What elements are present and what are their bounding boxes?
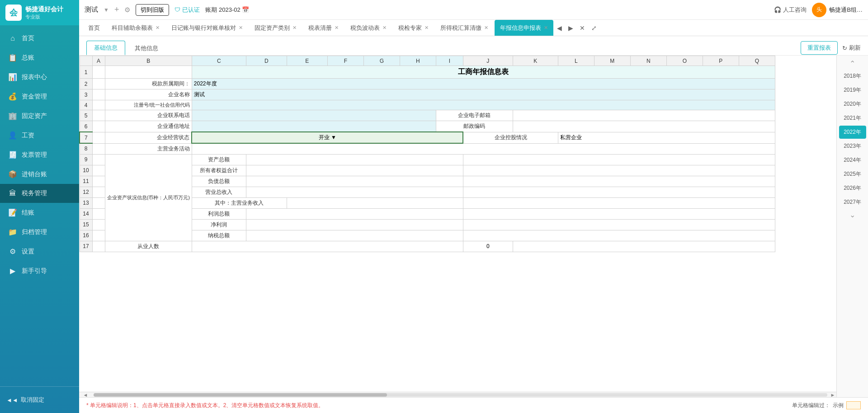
tab-home[interactable]: 首页 — [83, 20, 105, 36]
tab-aux[interactable]: 科目辅助余额表✕ — [106, 20, 165, 36]
cell-4-A[interactable] — [92, 100, 105, 110]
col-header-E[interactable]: E — [287, 56, 327, 66]
tab-income_tax[interactable]: 所得税汇算清缴✕ — [435, 20, 494, 36]
sidebar-item-invoice[interactable]: 🧾发票管理 — [0, 145, 79, 164]
hscroll-track[interactable] — [94, 393, 827, 397]
col-header-Q[interactable]: Q — [739, 56, 775, 66]
tab-close-income_tax[interactable]: ✕ — [484, 25, 488, 31]
cell-7-L[interactable]: 私营企业 — [558, 132, 775, 143]
year-item-2026年[interactable]: 2026年 — [839, 182, 866, 195]
refresh-btn[interactable]: ↻ 刷新 — [842, 44, 861, 52]
year-item-2023年[interactable]: 2023年 — [839, 140, 866, 153]
year-item-2027年[interactable]: 2027年 — [839, 196, 866, 209]
sidebar-item-report[interactable]: 📊报表中心 — [0, 67, 79, 87]
subtab-other[interactable]: 其他信息 — [127, 41, 166, 55]
cell-6-A[interactable] — [92, 121, 105, 132]
year-down-btn[interactable]: ⌄ — [849, 210, 856, 220]
spreadsheet-scroll[interactable]: ABCDEFGHIJKLMNOPQ1工商年报信息表2税款所属期间：2022年度3… — [79, 56, 836, 392]
tab-close-fixed_type[interactable]: ✕ — [292, 25, 297, 31]
cell-14-D[interactable] — [246, 208, 463, 219]
tab-expand-btn[interactable]: ⤢ — [589, 23, 599, 33]
cell-17-A[interactable] — [92, 241, 105, 252]
cell-7-A[interactable] — [92, 132, 105, 143]
reset-report-btn[interactable]: 重置报表 — [801, 41, 838, 55]
cell-16-A[interactable] — [92, 230, 105, 241]
cell-15-D[interactable] — [246, 219, 463, 230]
calendar-icon[interactable]: 📅 — [242, 6, 249, 13]
col-header-H[interactable]: H — [400, 56, 436, 66]
sidebar-item-settle[interactable]: 📝结账 — [0, 203, 79, 222]
cell-16-D[interactable] — [246, 230, 463, 241]
cancel-fixed-btn[interactable]: ◄◄ 取消固定 — [0, 391, 79, 408]
col-header-P[interactable]: P — [703, 56, 739, 66]
cell-13-A[interactable] — [92, 197, 105, 208]
col-header-K[interactable]: K — [513, 56, 558, 66]
cell-3-C[interactable]: 测试 — [192, 89, 775, 100]
topbar-old-version-btn[interactable]: 切到旧版 — [136, 4, 169, 16]
col-header-J[interactable]: J — [463, 56, 513, 66]
cell-9-D[interactable] — [246, 154, 463, 165]
year-item-2021年[interactable]: 2021年 — [839, 112, 866, 125]
tab-prev-btn[interactable]: ◀ — [554, 23, 565, 33]
cell-10-D[interactable] — [246, 165, 463, 176]
cell-1-title[interactable]: 工商年报信息表 — [192, 66, 775, 79]
col-header-M[interactable]: M — [594, 56, 630, 66]
col-header-A[interactable]: A — [92, 56, 105, 66]
col-header-G[interactable]: G — [363, 56, 400, 66]
subtab-basic[interactable]: 基础信息 — [86, 41, 125, 55]
cell-7-C[interactable]: 开业 ▼ — [192, 132, 463, 143]
cell-1-A[interactable] — [92, 66, 105, 79]
cell-13-J[interactable] — [463, 197, 775, 208]
sidebar-item-ledger[interactable]: 📋总账 — [0, 48, 79, 67]
sidebar-item-sales[interactable]: 📦进销台账 — [0, 164, 79, 184]
cell-8-A[interactable] — [92, 143, 105, 154]
cell-8-C[interactable] — [192, 143, 775, 154]
tab-fixed_type[interactable]: 固定资产类别✕ — [249, 20, 302, 36]
sidebar-item-capital[interactable]: 💰资金管理 — [0, 87, 79, 106]
col-header-F[interactable]: F — [327, 56, 363, 66]
cell-1-B[interactable] — [105, 66, 192, 79]
tab-close-tax_wave[interactable]: ✕ — [382, 25, 387, 31]
cell-17-C[interactable] — [192, 241, 463, 252]
cell-16-J[interactable] — [463, 230, 775, 241]
cell-17-J[interactable]: 0 — [463, 241, 513, 252]
tab-tax_expert[interactable]: 税检专家✕ — [393, 20, 434, 36]
col-header-N[interactable]: N — [630, 56, 666, 66]
sidebar-item-home[interactable]: ⌂首页 — [0, 29, 79, 48]
cell-5-A[interactable] — [92, 110, 105, 121]
tab-close-aux[interactable]: ✕ — [156, 25, 160, 31]
cell-3-A[interactable] — [92, 89, 105, 100]
sidebar-item-settings[interactable]: ⚙设置 — [0, 242, 79, 261]
tab-close-tax_list[interactable]: ✕ — [335, 25, 339, 31]
year-item-2025年[interactable]: 2025年 — [839, 168, 866, 181]
sidebar-item-salary[interactable]: 👤工资 — [0, 126, 79, 145]
topbar-user[interactable]: 头 畅捷通B组… — [812, 3, 863, 17]
col-header-I[interactable]: I — [436, 56, 463, 66]
tab-journal[interactable]: 日记账与银行对账单核对✕ — [166, 20, 248, 36]
tab-annual_report[interactable]: 年报信息申报表✕ — [495, 20, 553, 36]
cell-6-C[interactable] — [192, 121, 436, 132]
cell-11-D[interactable] — [246, 176, 463, 187]
sidebar-item-archive[interactable]: 📁归档管理 — [0, 222, 79, 242]
tab-close-journal[interactable]: ✕ — [239, 25, 243, 31]
cell-11-J[interactable] — [463, 176, 775, 187]
cell-14-J[interactable] — [463, 208, 775, 219]
topbar-add-btn[interactable]: + — [114, 5, 119, 14]
cell-12-J[interactable] — [463, 187, 775, 197]
year-item-2019年[interactable]: 2019年 — [839, 84, 866, 97]
year-item-2024年[interactable]: 2024年 — [839, 154, 866, 167]
col-header-D[interactable]: D — [246, 56, 287, 66]
tab-next-btn[interactable]: ▶ — [566, 23, 576, 33]
cell-15-J[interactable] — [463, 219, 775, 230]
topbar-dropdown-arrow[interactable]: ▼ — [104, 7, 109, 13]
col-header-O[interactable]: O — [666, 56, 703, 66]
cell-2-A[interactable] — [92, 79, 105, 89]
col-header-C[interactable]: C — [192, 56, 246, 66]
cell-6-K[interactable] — [513, 121, 775, 132]
year-item-2022年[interactable]: 2022年 — [839, 126, 866, 139]
cell-11-A[interactable] — [92, 176, 105, 187]
tab-tax_list[interactable]: 税表清册✕ — [303, 20, 344, 36]
cell-2-C[interactable]: 2022年度 — [192, 79, 775, 89]
topbar-service-btn[interactable]: 🎧 人工咨询 — [774, 6, 807, 14]
col-header-B[interactable]: B — [105, 56, 192, 66]
